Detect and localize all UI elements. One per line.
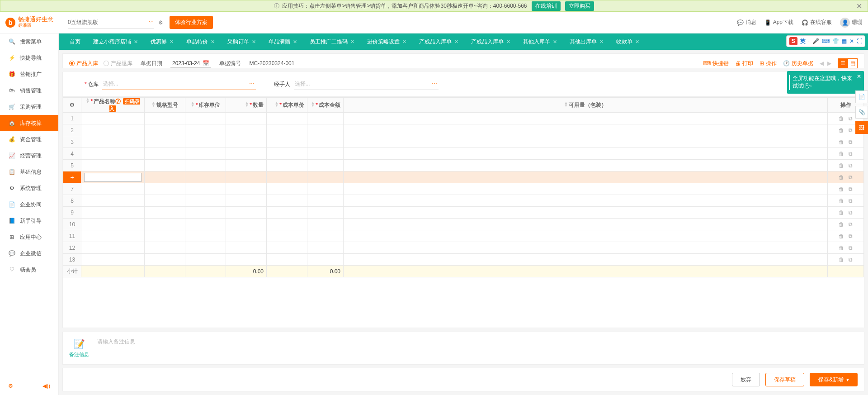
tab-9[interactable]: 产成品入库单✕ (465, 33, 517, 50)
save-and-new-button[interactable]: 保存&新增▾ (810, 373, 858, 386)
table-row[interactable]: 4🗑⧉ (63, 148, 864, 160)
sidebar-item-0[interactable]: 🔍搜索菜单 (0, 33, 58, 50)
tab-close-icon[interactable]: ✕ (170, 39, 174, 45)
radio-product-in[interactable]: 产品入库 (69, 60, 98, 67)
delete-row-icon[interactable]: 🗑 (839, 221, 844, 228)
shortcut-button[interactable]: ⌨快捷键 (703, 60, 729, 67)
buy-now-button[interactable]: 立即购买 (565, 1, 594, 11)
sidebar-item-4[interactable]: 🛒采购管理 (0, 99, 58, 115)
tab-close-icon[interactable]: ✕ (506, 39, 510, 45)
delete-row-icon[interactable]: 🗑 (839, 139, 844, 145)
delete-row-icon[interactable]: 🗑 (839, 186, 844, 192)
collapse-sidebar-icon[interactable]: ◀)) (42, 383, 50, 389)
delete-row-icon[interactable]: 🗑 (839, 257, 844, 263)
col-product-name[interactable]: ▲▼*产品名称⑦ 扫码录入 (81, 98, 145, 113)
table-row[interactable]: 9🗑⧉ (63, 207, 864, 219)
online-training-button[interactable]: 在线培训 (532, 1, 561, 11)
table-row[interactable]: 13🗑⧉ (63, 254, 864, 266)
table-row[interactable]: 3🗑⧉ (63, 136, 864, 148)
save-draft-button[interactable]: 保存草稿 (765, 373, 804, 386)
tab-3[interactable]: 单品特价✕ (180, 33, 221, 50)
tab-7[interactable]: 进价策略设置✕ (361, 33, 413, 50)
try-industry-button[interactable]: 体验行业方案 (170, 16, 213, 29)
sidebar-item-1[interactable]: ⚡快捷导航 (0, 50, 58, 66)
side-pin-doc-icon[interactable]: 📄 (855, 90, 868, 103)
app-download-link[interactable]: 📱App下载 (764, 19, 793, 26)
sidebar-item-9[interactable]: ⚙系统管理 (0, 180, 58, 196)
product-name-input[interactable] (84, 173, 142, 182)
delete-row-icon[interactable]: 🗑 (839, 233, 844, 239)
table-row[interactable]: 1🗑⧉ (63, 113, 864, 124)
remark-input[interactable] (97, 338, 858, 345)
delete-row-icon[interactable]: 🗑 (839, 127, 844, 133)
tab-close-icon[interactable]: ✕ (454, 39, 458, 45)
tab-1[interactable]: 建立小程序店铺✕ (87, 33, 144, 50)
delete-row-icon[interactable]: 🗑 (839, 162, 844, 169)
sidebar-item-12[interactable]: ⊞应用中心 (0, 229, 58, 245)
next-record-icon[interactable]: ▶ (827, 60, 831, 67)
tab-11[interactable]: 其他出库单✕ (563, 33, 610, 50)
tab-close-icon[interactable]: ✕ (402, 39, 406, 45)
sidebar-item-14[interactable]: ♡畅会员 (0, 262, 58, 278)
copy-row-icon[interactable]: ⧉ (849, 127, 853, 133)
delete-row-icon[interactable]: 🗑 (839, 115, 844, 122)
copy-row-icon[interactable]: ⧉ (849, 209, 853, 216)
copy-row-icon[interactable]: ⧉ (849, 198, 853, 204)
table-row[interactable]: 5🗑⧉ (63, 160, 864, 171)
settings-icon[interactable]: ⚙ (158, 19, 163, 26)
add-row-button[interactable]: + (63, 171, 81, 183)
prev-record-icon[interactable]: ◀ (820, 60, 824, 67)
tab-10[interactable]: 其他入库单✕ (517, 33, 563, 50)
card-view-toggle[interactable]: ▤ (848, 58, 858, 68)
list-view-toggle[interactable]: ☰ (838, 58, 848, 68)
copy-row-icon[interactable]: ⧉ (849, 162, 853, 169)
delete-row-icon[interactable]: 🗑 (839, 198, 844, 204)
col-price[interactable]: ▲▼*成本单价 (267, 98, 307, 113)
tab-close-icon[interactable]: ✕ (350, 39, 354, 45)
tab-6[interactable]: 员工推广二维码✕ (303, 33, 361, 50)
col-qty[interactable]: ▲▼*数量 (226, 98, 267, 113)
sidebar-item-2[interactable]: 🎁营销推广 (0, 66, 58, 82)
delete-row-icon[interactable]: 🗑 (839, 151, 844, 157)
copy-row-icon[interactable]: ⧉ (849, 186, 853, 192)
ime-indicator[interactable]: S 英 · 🎤 ⌨ 👕 ▦ ✕ ⛶ (786, 35, 865, 47)
delete-row-icon[interactable]: 🗑 (839, 245, 844, 251)
sidebar-item-8[interactable]: 📋基础信息 (0, 164, 58, 180)
table-row[interactable]: 8🗑⧉ (63, 195, 864, 207)
side-pin-image-icon[interactable]: 🖼 (855, 121, 868, 134)
tab-close-icon[interactable]: ✕ (293, 39, 297, 45)
table-row[interactable]: 11🗑⧉ (63, 230, 864, 242)
tab-close-icon[interactable]: ✕ (553, 39, 557, 45)
org-selector[interactable]: 0五组旗舰版 ﹀ (68, 16, 154, 29)
history-button[interactable]: 🕑历史单据 (783, 60, 813, 67)
col-amount[interactable]: ▲▼*成本金额 (307, 98, 344, 113)
table-row[interactable]: 10🗑⧉ (63, 219, 864, 230)
col-available[interactable]: ▲▼可用量（包装） (344, 98, 828, 113)
copy-row-icon[interactable]: ⧉ (849, 174, 853, 181)
sidebar-item-7[interactable]: 📈经营管理 (0, 148, 58, 164)
sidebar-item-5[interactable]: 🏠库存核算 (0, 115, 58, 131)
col-spec[interactable]: ▲▼规格型号 (145, 98, 185, 113)
column-settings-header[interactable]: ⚙ (63, 98, 81, 113)
tab-close-icon[interactable]: ✕ (211, 39, 215, 45)
sidebar-item-10[interactable]: 📄企业协同 (0, 196, 58, 213)
copy-row-icon[interactable]: ⧉ (849, 115, 853, 122)
sidebar-item-3[interactable]: 🛍销售管理 (0, 82, 58, 99)
copy-row-icon[interactable]: ⧉ (849, 233, 853, 239)
tab-12[interactable]: 收款单✕ (610, 33, 646, 50)
side-pin-attach-icon[interactable]: 📎 (855, 106, 868, 119)
table-row[interactable]: +🗑⧉ (63, 171, 864, 183)
tab-0[interactable]: 首页 (63, 33, 87, 50)
tab-close-icon[interactable]: ✕ (599, 39, 604, 45)
tab-close-icon[interactable]: ✕ (252, 39, 256, 45)
copy-row-icon[interactable]: ⧉ (849, 139, 853, 145)
settings-bottom-icon[interactable]: ⚙ (8, 383, 13, 389)
table-row[interactable]: 2🗑⧉ (63, 124, 864, 136)
sidebar-item-13[interactable]: 💬企业微信 (0, 245, 58, 262)
sidebar-item-11[interactable]: 📘新手引导 (0, 213, 58, 229)
tab-4[interactable]: 采购订单✕ (221, 33, 262, 50)
user-menu[interactable]: 👤珊珊 (840, 18, 863, 28)
delete-row-icon[interactable]: 🗑 (839, 174, 844, 181)
tab-close-icon[interactable]: ✕ (134, 39, 138, 45)
tab-close-icon[interactable]: ✕ (635, 39, 639, 45)
